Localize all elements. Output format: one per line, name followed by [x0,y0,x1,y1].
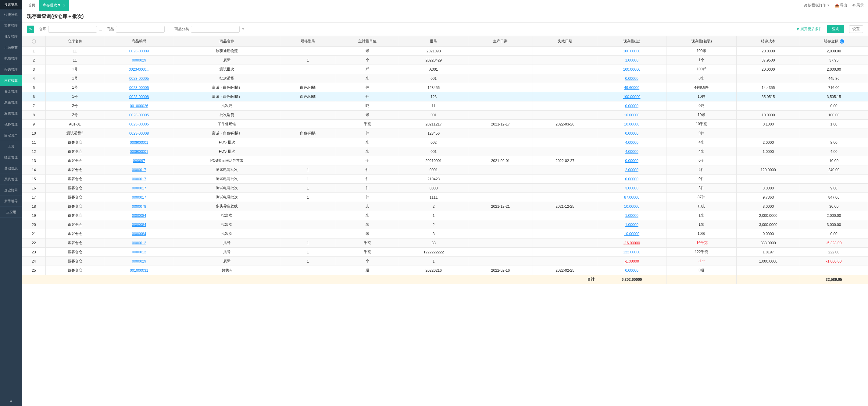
table-row[interactable]: 51号0023-00005富诚（白色/闷橘）白色/闷橘件12345649.600… [22,83,868,92]
product-code-link[interactable]: 0000078 [132,204,146,209]
qty-link[interactable]: 2.00000 [625,168,638,172]
qty-link[interactable]: 0.00000 [625,268,638,273]
qty-link[interactable]: 87.00000 [624,195,639,200]
export-button[interactable]: 📤 导出 [833,2,849,8]
table-row[interactable]: 19蓄客仓仓0000084批次次米11.000001米2,000.00002,0… [22,211,868,220]
table-row[interactable]: 25蓄客仓仓001000031鲜仿A瓶202202162022-02-16202… [22,266,868,275]
sidebar-item-retail[interactable]: 零售管理 [0,21,22,31]
product-code-link[interactable]: 001000031 [130,268,148,273]
qty-link[interactable]: 49.60000 [624,86,639,90]
product-code-link[interactable]: 0023-00008 [129,95,149,99]
qty-link[interactable]: 10.00000 [624,113,639,117]
category-dropdown-icon[interactable]: ▼ [242,27,245,31]
product-code-link[interactable]: 0000029 [132,259,146,264]
qty-link[interactable]: 100.00000 [623,67,641,72]
product-code-link[interactable]: 0023-00005 [129,122,149,126]
settings-button[interactable]: 设置 [849,25,863,33]
table-row[interactable]: 18蓄客仓仓0000078多头异色软线支22021-12-212021-12-2… [22,202,868,211]
qty-link[interactable]: 4.00000 [625,140,638,145]
print-button[interactable]: 🖨 按模板打印 ▼ [802,2,832,8]
sidebar-item-ledger[interactable]: 总账管理 [0,97,22,108]
sidebar-item-quicknav[interactable]: 快捷导航 [0,9,22,21]
table-row[interactable]: 72号001000026批次吨吨110.000000吨0.00 [22,101,868,110]
product-code-link[interactable]: 0000017 [132,195,146,200]
sidebar-item-finance[interactable]: 资金管理 [0,86,22,97]
qty-link[interactable]: 10.00000 [624,204,639,209]
sidebar-search[interactable]: 搜索菜单 [0,0,22,9]
table-row[interactable]: 21蓄客仓仓0000084批次次米310.0000010米0.00000.00 [22,229,868,238]
display-button[interactable]: 👁 展示 [850,2,866,8]
sidebar-item-system[interactable]: 系统管理 [0,174,22,185]
table-row[interactable]: 1110023-00009软驱通用物流米2021098100.00000100米… [22,46,868,56]
sidebar-settings-icon[interactable]: ⚙ [0,396,22,406]
qty-link[interactable]: 122.00000 [623,250,641,254]
product-code-link[interactable]: 0023-00009 [129,49,149,53]
product-code-link[interactable]: 000900001 [130,140,148,145]
sidebar-item-ecommerce[interactable]: 电商管理 [0,53,22,64]
qty-link[interactable]: 0.00000 [625,131,638,136]
expand-search-button[interactable]: > [27,26,34,33]
product-code-link[interactable]: 001000026 [130,104,148,108]
qty-link[interactable]: 0.00000 [625,104,638,108]
qty-link[interactable]: 0.00000 [625,177,638,181]
qty-link[interactable]: 0.00000 [625,159,638,163]
product-code-link[interactable]: 0000084 [132,223,146,227]
sidebar-item-tax[interactable]: 税务管理 [0,119,22,130]
sidebar-item-purchase[interactable]: 采购管理 [0,64,22,75]
table-row[interactable]: 41号0023-00005批次适货米0010.000000米445.86 [22,74,868,83]
product-code-link[interactable]: 0000017 [132,168,146,172]
sidebar-item-fixedasset[interactable]: 固定资产 [0,130,22,141]
qty-link[interactable]: 3.00000 [625,186,638,190]
table-row[interactable]: 2110000029展际1个202204291.000001个37.950037… [22,56,868,65]
sidebar-item-xiaorong[interactable]: 小融电商 [0,42,22,53]
table-row[interactable]: 12蓄客仓仓000900001POS 批次米0014.000004米1.0000… [22,147,868,156]
product-code-link[interactable]: 0023-00005 [129,76,149,81]
table-row[interactable]: 61号0023-00008富诚（白色/闷橘）白色/闷橘件123100.00000… [22,92,868,101]
qty-link[interactable]: 1.00000 [625,223,638,227]
product-input[interactable] [116,26,165,33]
qty-link[interactable]: -16.00000 [623,241,640,245]
qty-link[interactable]: 10.00000 [624,232,639,236]
product-code-link[interactable]: 0000017 [132,186,146,190]
product-ellipsis[interactable]: ... [166,27,169,31]
table-row[interactable]: 82号0023-00005批次适货米00110.0000010米10.00001… [22,110,868,120]
sidebar-item-basic[interactable]: 基础信息 [0,163,22,174]
product-code-link[interactable]: 0023-00005 [129,113,149,117]
sidebar-item-wholesale[interactable]: 批发管理 [0,31,22,42]
qty-link[interactable]: 0.00000 [625,76,638,81]
table-row[interactable]: 13蓄客仓仓000097POS显示率活异常常个202109012021-09-0… [22,156,868,165]
table-row[interactable]: 22蓄客仓仓0000012批号1千克33-16.00000-16千克333.00… [22,238,868,248]
table-row[interactable]: 10测试适货20023-00008富诚（白色/闷橘）白色/闷橘件1234560.… [22,129,868,138]
qty-link[interactable]: -1.00000 [624,259,639,264]
product-code-link[interactable]: 0000029 [132,58,146,62]
product-code-link[interactable]: 0000012 [132,241,146,245]
home-tab[interactable]: 首页 [24,3,39,8]
select-all-icon[interactable] [32,39,36,43]
expand-more-button[interactable]: ▼ 展开更多条件 [796,27,822,32]
qty-link[interactable]: 100.00000 [623,95,641,99]
product-code-link[interactable]: 000097 [133,159,145,163]
product-code-link[interactable]: 0023-0000... [129,67,149,72]
sidebar-item-collab[interactable]: 企业协同 [0,185,22,196]
product-code-link[interactable]: 0023-00008 [129,131,149,136]
sidebar-item-management[interactable]: 经营管理 [0,152,22,163]
search-button[interactable]: 查询 [827,25,844,33]
sidebar-item-inventory[interactable]: 库存核算 [0,75,22,86]
amount-info-icon[interactable]: ⓘ [840,39,844,43]
active-tab[interactable]: 库存批次▼ × [39,0,69,11]
table-row[interactable]: 9A01-010023-00005子件促燃蛙千克202112172021-12-… [22,120,868,129]
table-row[interactable]: 24蓄客仓仓0000029展际1个1-1.00000-1个1,000.0000-… [22,257,868,266]
sidebar-item-cloud[interactable]: 云应用 [0,207,22,218]
sidebar-item-payroll[interactable]: 工资 [0,141,22,152]
product-code-link[interactable]: 000900001 [130,149,148,154]
table-row[interactable]: 31号0023-0000...测试批次斤A001100.00000100斤20.… [22,65,868,74]
product-code-link[interactable]: 0000012 [132,250,146,254]
table-row[interactable]: 11蓄客仓仓000900001POS 批次米0024.000004米2.0000… [22,138,868,147]
table-row[interactable]: 23蓄客仓仓0000012批号1千克1222222222122.00000122… [22,248,868,257]
product-code-link[interactable]: 0000084 [132,213,146,218]
warehouse-input[interactable] [48,26,97,33]
category-input[interactable] [191,26,240,33]
product-code-link[interactable]: 0000084 [132,232,146,236]
warehouse-ellipsis[interactable]: ... [99,27,102,31]
table-row[interactable]: 15蓄客仓仓0000017测试电電批次1件2104230.000000件 [22,174,868,184]
